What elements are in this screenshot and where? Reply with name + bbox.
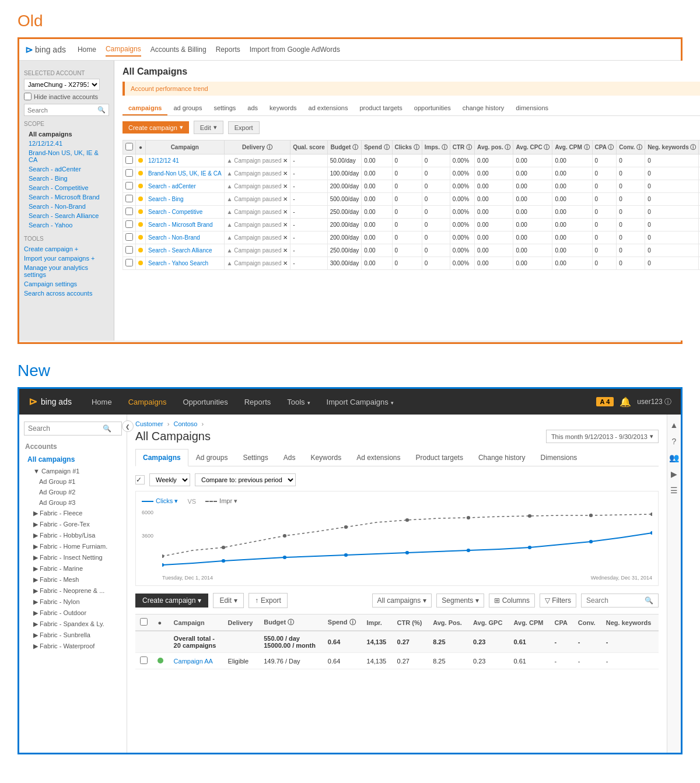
legend-impr[interactable]: Impr ▾ (205, 497, 237, 505)
chart-checkbox[interactable]: ✓ (135, 475, 145, 484)
right-sidebar-help-icon[interactable]: ? (668, 436, 680, 447)
old-th-budget[interactable]: Budget ⓘ (327, 141, 362, 155)
new-fabric-hobby-item[interactable]: ▶ Fabric - Hobby/Lisa (19, 530, 127, 541)
old-row-check-6[interactable] (125, 220, 133, 228)
old-scope-item-3[interactable]: Search - adCenter (24, 164, 109, 174)
old-campaign-link-4[interactable]: Search - Bing (148, 196, 184, 202)
new-username[interactable]: user123 ⓘ (637, 397, 671, 407)
old-th-avgcpc[interactable]: Avg. CPC ⓘ (513, 141, 552, 155)
new-th-budget[interactable]: Budget ⓘ (259, 615, 323, 631)
new-nav-home[interactable]: Home (83, 389, 120, 415)
right-sidebar-menu-icon[interactable]: ☰ (668, 484, 680, 496)
new-fabric-nylon-item[interactable]: ▶ Fabric - Nylon (19, 596, 127, 608)
breadcrumb-customer[interactable]: Customer (135, 420, 163, 427)
old-nav-home[interactable]: Home (78, 43, 96, 56)
old-campaign-link-3[interactable]: Search - adCenter (148, 183, 196, 189)
new-row-check-1[interactable] (140, 656, 148, 664)
new-campaign-link-1[interactable]: Campaign AA (174, 658, 213, 665)
old-tab-product[interactable]: product targets (354, 101, 408, 115)
old-tab-opportunities[interactable]: opportunities (408, 101, 457, 115)
new-nav-tools[interactable]: Tools (279, 389, 318, 415)
new-tab-extensions[interactable]: Ad extensions (349, 449, 408, 466)
old-scope-item-8[interactable]: Search - Search Alliance (24, 211, 109, 220)
new-tab-history[interactable]: Change history (471, 449, 533, 466)
new-fabric-insect-item[interactable]: ▶ Fabric - Insect Netting (19, 552, 127, 563)
old-hide-inactive-checkbox[interactable] (24, 93, 32, 100)
old-campaign-link-8[interactable]: Search - Search Alliance (148, 247, 212, 254)
old-tool-create[interactable]: Create campaign + (24, 244, 109, 254)
old-tool-import[interactable]: Import your campaigns + (24, 254, 109, 263)
new-th-cpa[interactable]: CPA (550, 615, 573, 631)
breadcrumb-contoso[interactable]: Contoso (173, 420, 197, 427)
old-th-delivery[interactable]: Delivery ⓘ (224, 141, 290, 155)
new-tab-keywords[interactable]: Keywords (303, 449, 349, 466)
old-scope-item-2[interactable]: Brand-Non US, UK, IE & CA (24, 148, 109, 164)
new-nav-reports[interactable]: Reports (236, 389, 279, 415)
new-nav-campaigns[interactable]: Campaigns (120, 389, 175, 415)
old-th-spend[interactable]: Spend ⓘ (362, 141, 392, 155)
new-fabric-spandex-item[interactable]: ▶ Fabric - Spandex & Ly. (19, 619, 127, 630)
new-date-range[interactable]: This month 9/12/2013 - 9/30/2013 ▾ (546, 430, 659, 443)
new-fabric-mesh-item[interactable]: ▶ Fabric - Mesh (19, 574, 127, 585)
old-scope-item-9[interactable]: Search - Yahoo (24, 220, 109, 230)
old-th-neg[interactable]: Neg. keywords ⓘ (645, 141, 699, 155)
new-select-all[interactable] (140, 618, 148, 626)
old-scope-item-5[interactable]: Search - Competitive (24, 183, 109, 192)
new-sidebar-toggle[interactable] (122, 420, 134, 432)
new-campaign1-item[interactable]: ▼ Campaign #1 (19, 466, 127, 476)
old-tool-analytics[interactable]: Manage your analytics settings (24, 263, 109, 279)
old-nav-accounts[interactable]: Accounts & Billing (150, 43, 206, 56)
new-fabric-fleece-item[interactable]: ▶ Fabric - Fleece (19, 508, 127, 519)
new-tab-campaigns[interactable]: Campaigns (135, 449, 188, 466)
new-filters-dropdown[interactable]: ▽ Filters (540, 594, 576, 608)
old-tab-keywords[interactable]: keywords (264, 101, 302, 115)
new-fabric-waterproof-item[interactable]: ▶ Fabric - Waterproof (19, 641, 127, 652)
old-row-check-9[interactable] (125, 259, 133, 266)
new-nav-opportunities[interactable]: Opportunities (174, 389, 236, 415)
new-nav-import[interactable]: Import Campaigns (318, 389, 402, 415)
old-campaign-link-9[interactable]: Search - Yahoo Search (148, 260, 208, 266)
old-th-conv[interactable]: Conv. ⓘ (617, 141, 645, 155)
old-nav-reports[interactable]: Reports (216, 43, 240, 56)
old-scope-item-1[interactable]: 12/12/12.41 (24, 139, 109, 148)
new-tab-settings[interactable]: Settings (235, 449, 275, 466)
old-scope-item-6[interactable]: Search - Microsoft Brand (24, 192, 109, 202)
old-campaign-link-1[interactable]: 12/12/12 41 (148, 157, 179, 164)
new-th-impr[interactable]: Impr. (362, 615, 393, 631)
new-columns-dropdown[interactable]: ⊞ Columns (489, 594, 535, 608)
old-nav-import[interactable]: Import from Google AdWords (250, 43, 340, 56)
new-export-btn[interactable]: ↑ Export (249, 593, 288, 608)
new-tab-ads[interactable]: Ads (276, 449, 303, 466)
old-th-cpa[interactable]: CPA ⓘ (592, 141, 617, 155)
old-tab-dimensions[interactable]: dimensions (510, 101, 554, 115)
old-campaign-link-5[interactable]: Search - Competitive (148, 209, 202, 215)
old-row-check-2[interactable] (125, 169, 133, 177)
new-th-spend[interactable]: Spend ⓘ (323, 615, 362, 631)
new-fabric-marine-item[interactable]: ▶ Fabric - Marine (19, 563, 127, 574)
new-th-avgcpm[interactable]: Avg. CPM (509, 615, 550, 631)
old-nav-campaigns[interactable]: Campaigns (106, 43, 141, 57)
new-all-campaigns-dropdown[interactable]: All campaigns ▾ (372, 594, 432, 608)
new-th-campaign[interactable]: Campaign (169, 615, 223, 631)
old-create-campaign-btn[interactable]: Create campaign ▾ (123, 121, 189, 134)
new-all-campaigns-item[interactable]: All campaigns (19, 453, 127, 466)
chart-compare-select[interactable]: Compare to: previous period (195, 473, 296, 486)
old-th-campaign[interactable]: Campaign (146, 141, 225, 155)
right-sidebar-scroll-up[interactable]: ▲ (668, 419, 680, 431)
new-tab-adgroups[interactable]: Ad groups (188, 449, 236, 466)
new-adgroup2-item[interactable]: Ad Group #2 (19, 487, 127, 497)
old-select-all[interactable] (125, 143, 133, 150)
old-tool-settings[interactable]: Campaign settings (24, 279, 109, 289)
old-edit-btn[interactable]: Edit ▾ (194, 121, 223, 134)
new-search-input[interactable] (24, 422, 100, 435)
new-edit-btn[interactable]: Edit ▾ (213, 593, 244, 608)
new-th-ctr[interactable]: CTR (%) (393, 615, 429, 631)
old-tab-extensions[interactable]: ad extensions (303, 101, 354, 115)
right-sidebar-play-icon[interactable]: ▶ (668, 468, 680, 480)
new-notifications-icon[interactable]: 🔔 (620, 396, 631, 408)
old-campaign-link-7[interactable]: Search - Non-Brand (148, 234, 200, 241)
old-tab-settings[interactable]: settings (208, 101, 242, 115)
new-tab-product[interactable]: Product targets (408, 449, 471, 466)
new-table-search-input[interactable] (586, 596, 645, 605)
new-adgroup3-item[interactable]: Ad Group #3 (19, 497, 127, 508)
